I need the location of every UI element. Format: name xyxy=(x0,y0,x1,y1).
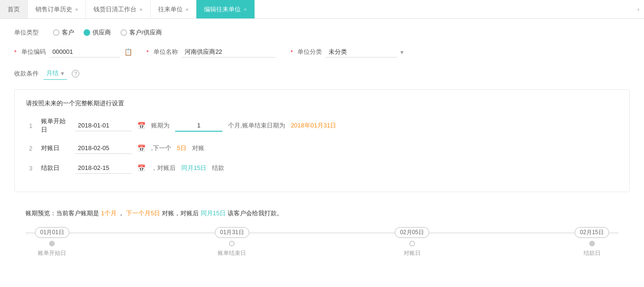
tab-close-partner-units[interactable]: × xyxy=(186,7,188,12)
preview-sep2: 对账，对账后 xyxy=(162,210,199,217)
preview-suffix: 该客户会给我打款。 xyxy=(228,210,283,217)
radio-circle-supplier xyxy=(84,29,90,36)
unit-code-input[interactable] xyxy=(50,46,120,58)
tab-close-sales-history[interactable]: × xyxy=(75,7,78,12)
timeline-item-0: 01月01日 账单开始日 xyxy=(35,227,69,257)
timeline-items: 01月01日 账单开始日 01月31日 账单结束日 02月05日 对账日 02月… xyxy=(35,227,609,257)
period-label-start: 账单开始日 xyxy=(41,117,69,134)
period-settings-box: 请按照未来的一个完整帐期进行设置 1 账单开始日 📅 账期为 个月,账单结束日期… xyxy=(14,89,630,192)
timeline-item-2: 02月05日 对账日 xyxy=(395,227,429,257)
period-reconcile-calendar-icon[interactable]: 📅 xyxy=(137,144,145,152)
tab-home[interactable]: 首页 xyxy=(0,0,28,18)
unit-code-field: * 单位编码 📋 xyxy=(14,46,132,58)
period-start-calendar-icon[interactable]: 📅 xyxy=(137,122,145,129)
radio-supplier[interactable]: 供应商 xyxy=(84,28,111,37)
timeline-label-2: 对账日 xyxy=(404,249,421,257)
period-row-2: 2 对账日 📅 ,下一个 5日 对账 xyxy=(26,143,618,154)
unit-type-row: 单位类型 客户 供应商 客户/供应商 xyxy=(14,28,630,37)
tab-partner-units[interactable]: 往来单位 × xyxy=(151,0,196,18)
tab-bar: 首页 销售订单历史 × 钱货日清工作台 × 往来单位 × 编辑往来单位 × › xyxy=(0,0,644,19)
period-reconcile-date-input[interactable] xyxy=(75,143,132,154)
period-label-payment: 结款日 xyxy=(41,164,69,172)
payment-condition-row: 收款条件 月结 ▾ ? xyxy=(14,67,630,80)
tab-sales-history[interactable]: 销售订单历史 × xyxy=(28,0,86,18)
main-content: 单位类型 客户 供应商 客户/供应商 * 单位编码 📋 * 单位名称 xyxy=(0,19,644,287)
unit-name-field: * 单位名称 xyxy=(146,46,276,58)
unit-code-required-star: * xyxy=(14,49,17,56)
radio-customer[interactable]: 客户 xyxy=(53,28,74,37)
preview-prefix: 账期预览：当前客户账期是 xyxy=(25,210,99,217)
tab-close-cash-work[interactable]: × xyxy=(139,7,142,12)
period-start-text2: 个月,账单结束日期为 xyxy=(228,121,285,130)
preview-sep1: ， xyxy=(118,210,124,217)
payment-help-icon[interactable]: ? xyxy=(72,70,79,77)
period-settings-title: 请按照未来的一个完整帐期进行设置 xyxy=(26,99,618,108)
period-start-text1: 账期为 xyxy=(151,121,169,130)
payment-condition-dropdown-icon[interactable]: ▾ xyxy=(61,70,64,77)
period-payment-calendar-icon[interactable]: 📅 xyxy=(137,164,145,172)
unit-category-field: * 单位分类 ▾ xyxy=(290,46,404,58)
preview-section: 账期预览：当前客户账期是 1个月 ， 下一个月5日 对账，对账后 同月15日 该… xyxy=(14,202,630,265)
timeline-dot-3 xyxy=(589,241,595,246)
timeline-pill-3: 02月15日 xyxy=(575,227,609,238)
unit-category-dropdown-icon[interactable]: ▾ xyxy=(400,49,404,56)
period-start-date-input[interactable] xyxy=(75,120,132,131)
unit-name-label: 单位名称 xyxy=(153,48,178,56)
unit-type-label: 单位类型 xyxy=(14,28,39,37)
preview-text: 账期预览：当前客户账期是 1个月 ， 下一个月5日 对账，对账后 同月15日 该… xyxy=(25,209,619,218)
tab-close-edit-partner[interactable]: × xyxy=(244,7,246,12)
timeline-item-1: 01月31日 账单结束日 xyxy=(215,227,249,257)
period-reconcile-text1: ,下一个 xyxy=(151,144,171,152)
timeline-pill-2: 02月05日 xyxy=(395,227,429,238)
payment-condition-label: 收款条件 xyxy=(14,69,39,78)
period-payment-highlight: 同月15日 xyxy=(181,164,206,172)
unit-name-input[interactable] xyxy=(182,46,276,58)
preview-part2: 下一个月5日 xyxy=(126,210,160,217)
period-num-2: 2 xyxy=(26,145,35,152)
tab-cash-work[interactable]: 钱货日清工作台 × xyxy=(86,0,150,18)
timeline-item-3: 02月15日 结款日 xyxy=(575,227,609,257)
period-row-3: 3 结款日 📅 ，对账后 同月15日 结款 xyxy=(26,162,618,174)
period-payment-date-input[interactable] xyxy=(75,162,132,174)
period-reconcile-text2: 对账 xyxy=(192,144,204,152)
payment-condition-value: 月结 xyxy=(46,69,59,77)
timeline-pill-0: 01月01日 xyxy=(35,227,69,238)
timeline-container: 01月01日 账单开始日 01月31日 账单结束日 02月05日 对账日 02月… xyxy=(25,227,619,257)
timeline-dot-1 xyxy=(229,241,235,246)
period-num-3: 3 xyxy=(26,165,35,172)
period-num-1: 1 xyxy=(26,122,35,129)
preview-part1: 1个月 xyxy=(101,210,117,217)
payment-condition-select[interactable]: 月结 ▾ xyxy=(43,67,67,80)
period-payment-text2: 结款 xyxy=(212,164,224,172)
timeline-pill-1: 01月31日 xyxy=(215,227,249,238)
period-payment-text1: ，对账后 xyxy=(151,164,176,172)
unit-code-label: 单位编码 xyxy=(21,48,46,56)
form-fields-row: * 单位编码 📋 * 单位名称 * 单位分类 ▾ xyxy=(14,46,630,58)
period-row-1: 1 账单开始日 📅 账期为 个月,账单结束日期为 2018年01月31日 xyxy=(26,117,618,134)
unit-category-required-star: * xyxy=(290,49,293,56)
timeline-label-1: 账单结束日 xyxy=(218,249,246,257)
timeline-label-3: 结款日 xyxy=(584,249,601,257)
timeline-dot-0 xyxy=(49,241,55,246)
tab-edit-partner[interactable]: 编辑往来单位 × xyxy=(196,0,254,18)
unit-category-label: 单位分类 xyxy=(297,48,322,56)
radio-circle-both xyxy=(120,29,127,36)
timeline-dot-2 xyxy=(409,241,415,246)
period-end-date-highlight: 2018年01月31日 xyxy=(291,121,337,130)
tab-arrow[interactable]: › xyxy=(633,0,644,18)
radio-group-unit-type: 客户 供应商 客户/供应商 xyxy=(53,28,162,37)
unit-name-required-star: * xyxy=(146,49,149,56)
preview-part3: 同月15日 xyxy=(201,210,226,217)
timeline-label-0: 账单开始日 xyxy=(38,249,66,257)
unit-category-input[interactable] xyxy=(326,46,397,58)
radio-circle-customer xyxy=(53,29,59,36)
period-reconcile-highlight: 5日 xyxy=(177,144,186,152)
period-months-input[interactable] xyxy=(175,120,222,132)
period-label-reconcile: 对账日 xyxy=(41,144,69,152)
unit-code-calendar-icon[interactable]: 📋 xyxy=(124,48,132,56)
radio-customer-supplier[interactable]: 客户/供应商 xyxy=(120,28,162,37)
